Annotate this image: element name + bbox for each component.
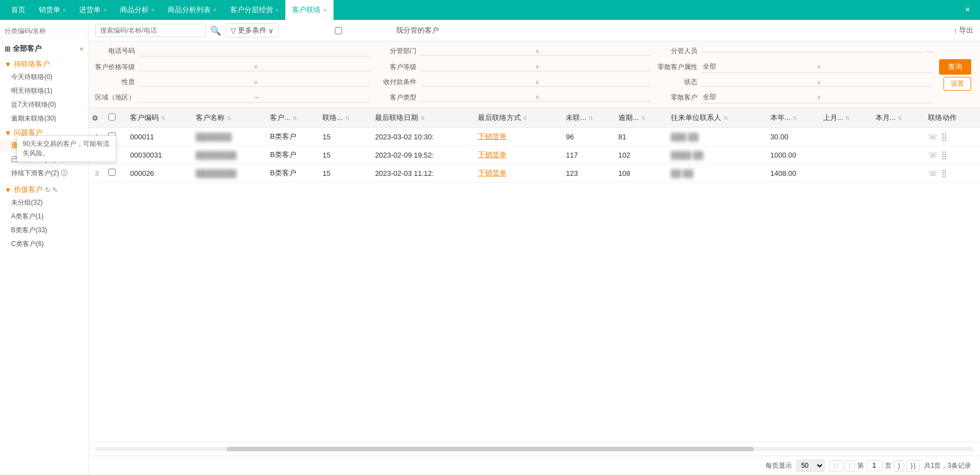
sidebar-item-declining[interactable]: 持续下滑客户(2) ⓘ — [0, 166, 88, 180]
more-actions-icon-2[interactable]: ⣿ — [941, 150, 947, 159]
sidebar-item-b-class[interactable]: B类客户(33) — [0, 223, 88, 237]
close-analysis-tab[interactable]: × — [151, 7, 154, 13]
prev-page-btn[interactable]: ⟨ — [845, 460, 855, 472]
th-type[interactable]: 客户... ⇅ — [267, 108, 319, 128]
price-level-select[interactable]: ∨ — [138, 62, 370, 71]
sidebar-item-c-class[interactable]: C类客户(6) — [0, 237, 88, 251]
th-checkbox[interactable] — [105, 108, 127, 128]
sidebar-item-ungroup[interactable]: 未分组(32) — [0, 196, 88, 210]
sidebar-item-today[interactable]: 今天待联络(0) — [0, 70, 88, 84]
row-checkbox-3[interactable] — [105, 164, 127, 182]
query-button[interactable]: 查询 — [939, 59, 971, 75]
value-edit-icon[interactable]: ✎ — [52, 186, 58, 194]
sidebar-section-value[interactable]: ▼ 价值客户 ↻ ✎ — [0, 182, 88, 196]
sidebar-item-7days[interactable]: 近7天待联络(0) — [0, 98, 88, 112]
th-settings[interactable]: ⚙ — [88, 108, 105, 128]
close-customer-contact-tab[interactable]: × — [323, 7, 326, 13]
sidebar-item-a-class[interactable]: A类客户(1) — [0, 210, 88, 223]
sidebar-item-overdue[interactable]: 逾期未联络(30) — [0, 112, 88, 126]
more-actions-icon-3[interactable]: ⣿ — [941, 169, 947, 178]
filter-zero-attr: 零散客户属性 全部 ∨ — [658, 61, 932, 73]
th-last-date[interactable]: 最后联络日期 ⇅ — [372, 108, 475, 128]
customer-level-select[interactable]: ∨ — [420, 62, 651, 71]
search-input[interactable] — [95, 24, 206, 37]
call-icon-3[interactable]: ☏ — [928, 169, 938, 178]
sidebar-search-container: 🔍 — [0, 24, 88, 38]
more-actions-icon-1[interactable]: ⣿ — [941, 132, 947, 141]
nav-tab-customer-tier[interactable]: 客户分层经营 × — [223, 0, 285, 20]
filter-customer-type: 客户类型 ∨ — [377, 91, 651, 103]
sidebar-section-pending[interactable]: ▼ 待联络客户 — [0, 57, 88, 70]
horizontal-scroll-thumb[interactable] — [227, 447, 754, 451]
close-customer-tier-tab[interactable]: × — [275, 7, 279, 13]
phone-input[interactable] — [138, 46, 370, 56]
region-more-btn[interactable]: ··· — [254, 93, 367, 101]
sort-code-icon: ⇅ — [161, 115, 165, 121]
customer-type-select[interactable]: ∨ — [420, 93, 651, 102]
page-label2: 页 — [885, 461, 892, 471]
row-lmonth-2 — [820, 146, 872, 164]
th-overdue[interactable]: 逾期... ⇅ — [615, 108, 668, 128]
horizontal-scroll-track[interactable] — [95, 447, 973, 451]
filter-action-buttons: 查询 设置 — [937, 46, 973, 103]
nav-tab-analysis-list[interactable]: 商品分析列表 × — [161, 0, 223, 20]
export-btn[interactable]: ↑ 导出 — [954, 25, 974, 35]
call-icon-1[interactable]: ☏ — [928, 132, 938, 141]
th-contact-person[interactable]: 往来单位联系人 ⇅ — [668, 108, 767, 128]
zero-attr-dropdown-icon: ∨ — [817, 64, 930, 70]
zero-attr-select[interactable]: 全部 ∨ — [701, 61, 932, 73]
row-cmonth-2 — [872, 146, 925, 164]
method-link-2[interactable]: 下销货单 — [478, 150, 507, 159]
my-customers-checkbox[interactable]: 我分管的客户 — [283, 25, 439, 35]
horizontal-scrollbar-container — [88, 442, 980, 456]
last-page-btn[interactable]: ⟩⟩ — [906, 460, 920, 472]
more-conditions-btn[interactable]: ▽ 更多条件 ∨ — [226, 23, 279, 38]
method-link-3[interactable]: 下销货单 — [478, 169, 507, 177]
per-page-select[interactable]: 50 100 200 — [796, 460, 825, 472]
region-select[interactable]: ··· — [138, 92, 370, 103]
nav-tab-analysis[interactable]: 商品分析 × — [113, 0, 161, 20]
zero-customer-select[interactable]: 全部 ∨ — [701, 91, 932, 103]
value-refresh-icon[interactable]: ↻ — [45, 186, 51, 194]
th-last-month[interactable]: 上月... ⇅ — [820, 108, 872, 128]
row-cmonth-1 — [872, 128, 925, 146]
th-current-year[interactable]: 本年... ⇅ — [767, 108, 820, 128]
all-customers-header[interactable]: ⊞ 全部客户 « — [0, 40, 88, 57]
nav-tab-customer-contact[interactable]: 客户联络 × — [285, 0, 333, 20]
my-customers-check[interactable] — [283, 27, 394, 34]
close-analysis-list-tab[interactable]: × — [213, 7, 216, 13]
manager-more-btn[interactable]: ··· — [927, 48, 932, 55]
th-last-method[interactable]: 最后联络方式 ⇅ — [475, 108, 562, 128]
nav-tab-sales[interactable]: 销货单 × — [32, 0, 72, 20]
sidebar-search-input[interactable] — [4, 27, 87, 35]
first-page-btn[interactable]: ⟨⟨ — [829, 460, 842, 472]
manager-select[interactable] — [701, 50, 924, 53]
filter-phone: 电话号码 — [95, 46, 370, 56]
close-purchase-tab[interactable]: × — [103, 7, 106, 13]
filter-payment: 收付款条件 ∨ — [377, 77, 651, 87]
row-code-1: 000011 — [127, 128, 192, 146]
page-number-input[interactable] — [866, 460, 883, 471]
th-actions: 联络动作 — [925, 108, 981, 128]
arrow-icon-2: ▼ — [4, 129, 12, 137]
th-no-contact[interactable]: 未联... ⇅ — [562, 108, 615, 128]
method-link-1[interactable]: 下销货单 — [478, 132, 507, 140]
th-name[interactable]: 客户名称 ⇅ — [192, 108, 267, 128]
close-all-tabs[interactable]: × — [960, 5, 976, 15]
th-current-month[interactable]: 本月... ⇅ — [872, 108, 925, 128]
status-select[interactable]: ∨ — [701, 78, 932, 87]
next-page-btn[interactable]: ⟩ — [894, 460, 904, 472]
payment-select[interactable]: ∨ — [420, 78, 651, 87]
settings-button[interactable]: 设置 — [943, 77, 971, 91]
call-icon-2[interactable]: ☏ — [928, 150, 938, 159]
select-all-checkbox[interactable] — [108, 113, 116, 121]
close-sales-tab[interactable]: × — [62, 7, 66, 13]
nav-tab-purchase[interactable]: 进货单 × — [72, 0, 113, 20]
sidebar-item-tomorrow[interactable]: 明天待联络(1) — [0, 84, 88, 98]
nav-home[interactable]: 首页 — [4, 0, 32, 20]
nature-select[interactable]: ∨ — [138, 78, 370, 87]
search-icon[interactable]: 🔍 — [210, 25, 221, 36]
department-select[interactable]: ∨ — [420, 47, 651, 56]
th-code[interactable]: 客户编码 ⇅ — [127, 108, 192, 128]
th-contact[interactable]: 联络... ⇅ — [319, 108, 372, 128]
